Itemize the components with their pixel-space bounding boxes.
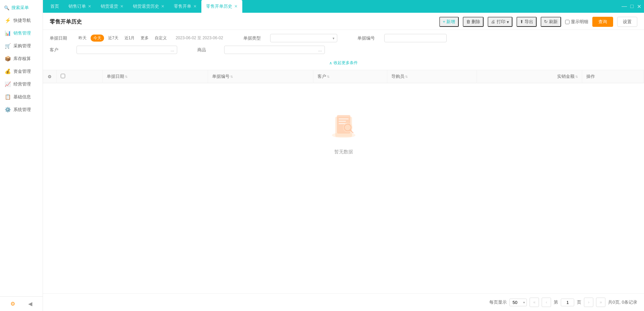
sidebar-item-label: 销售管理 xyxy=(13,30,31,36)
settings-icon[interactable]: ⚙ xyxy=(10,301,15,307)
goods-input[interactable] xyxy=(227,47,318,52)
page-title: 零售开单历史 xyxy=(50,18,82,25)
sidebar-item-operations[interactable]: 📈 经营管理 xyxy=(0,78,43,91)
show-detail-checkbox[interactable] xyxy=(565,20,569,24)
goods-ellipsis-icon: ... xyxy=(318,47,322,52)
sidebar-item-quick-nav[interactable]: ⚡ 快捷导航 xyxy=(0,14,43,27)
show-detail-toggle[interactable]: 显示明细 xyxy=(565,19,588,25)
print-button[interactable]: 🖨 打印 ▾ xyxy=(488,17,512,27)
date-label: 单据日期 xyxy=(50,35,70,41)
date-btn-custom[interactable]: 自定义 xyxy=(153,35,169,42)
minimize-button[interactable]: — xyxy=(622,3,627,9)
window-controls: — □ ✕ xyxy=(622,3,641,10)
page-word-prefix: 第 xyxy=(554,299,558,305)
tab-sales-order[interactable]: 销售订单 ✕ xyxy=(64,0,96,13)
svg-rect-3 xyxy=(339,118,349,119)
tab-close-sales-return[interactable]: ✕ xyxy=(120,4,123,9)
collapse-row: ∧ 收起更多条件 xyxy=(50,57,637,66)
date-btn-more[interactable]: 更多 xyxy=(139,35,151,42)
tab-retail-open-history[interactable]: 零售开单历史 ✕ xyxy=(201,0,242,13)
basic-info-icon: 📋 xyxy=(5,94,11,100)
quick-nav-icon: ⚡ xyxy=(5,17,11,23)
col-checkbox[interactable] xyxy=(56,70,102,83)
collapse-sidebar-icon[interactable]: ◀ xyxy=(28,301,32,307)
page-size-select[interactable]: 20 50 100 xyxy=(509,299,527,306)
page-number-input[interactable] xyxy=(561,299,574,306)
col-guide[interactable]: 导购员⇅ xyxy=(387,70,477,83)
toolbar: + 新增 🗑 删除 🖨 打印 ▾ ⬆ 导出 ↻ 刷新 显示明细 查询 设置 xyxy=(439,17,637,27)
query-button[interactable]: 查询 xyxy=(592,17,613,27)
print-label: 🖨 打印 xyxy=(491,19,505,25)
sidebar-item-system[interactable]: ⚙️ 系统管理 xyxy=(0,103,43,116)
add-button[interactable]: + 新增 xyxy=(439,17,458,27)
settings-button[interactable]: 设置 xyxy=(617,17,637,27)
purchase-mgmt-icon: 🛒 xyxy=(5,43,11,49)
page-size-wrap: 20 50 100 xyxy=(509,299,527,306)
next-page-button[interactable]: › xyxy=(584,298,593,307)
date-btn-1month[interactable]: 近1月 xyxy=(122,35,137,42)
collapse-btn[interactable]: ∧ 收起更多条件 xyxy=(50,59,637,66)
sidebar-item-label: 系统管理 xyxy=(13,107,31,113)
date-btn-today[interactable]: 今天 xyxy=(91,35,104,42)
delete-button[interactable]: 🗑 删除 xyxy=(463,17,484,27)
doc-type-label: 单据类型 xyxy=(243,35,263,41)
collapse-label: 收起更多条件 xyxy=(334,60,358,66)
sidebar-item-label: 库存核算 xyxy=(13,56,31,62)
select-all-checkbox[interactable] xyxy=(61,74,65,78)
sidebar-item-purchase-mgmt[interactable]: 🛒 采购管理 xyxy=(0,40,43,52)
table-scroll[interactable]: ⚙ 单据日期⇅ 单据编号⇅ 客户⇅ xyxy=(43,70,644,293)
sidebar-item-finance[interactable]: 💰 资金管理 xyxy=(0,65,43,78)
empty-text: 暂无数据 xyxy=(334,149,353,155)
goods-label: 商品 xyxy=(197,47,217,53)
print-arrow-icon: ▾ xyxy=(507,19,509,24)
tab-close-sales-order[interactable]: ✕ xyxy=(88,4,91,9)
table-container: ⚙ 单据日期⇅ 单据编号⇅ 客户⇅ xyxy=(43,70,644,311)
pagination: 每页显示 20 50 100 « ‹ 第 页 › » 共0页, 0条记录 xyxy=(43,293,644,311)
col-doc-date[interactable]: 单据日期⇅ xyxy=(102,70,208,83)
col-action: 操作 xyxy=(582,70,644,83)
last-page-button[interactable]: » xyxy=(596,298,605,307)
tab-sales-return-history[interactable]: 销货退货历史 ✕ xyxy=(128,0,169,13)
svg-rect-4 xyxy=(339,121,346,122)
doc-type-select[interactable] xyxy=(270,34,337,42)
tab-home[interactable]: 首页 xyxy=(46,3,64,9)
tab-close-sales-return-history[interactable]: ✕ xyxy=(161,4,164,9)
tab-retail-open[interactable]: 零售开单 ✕ xyxy=(169,0,201,13)
date-btn-yesterday[interactable]: 昨天 xyxy=(77,35,89,42)
sales-mgmt-icon: 📊 xyxy=(5,30,11,36)
customer-input-wrap[interactable]: ... xyxy=(77,46,177,54)
page-word-suffix: 页 xyxy=(577,299,581,305)
col-customer[interactable]: 客户⇅ xyxy=(313,70,387,83)
tab-close-retail-open[interactable]: ✕ xyxy=(193,4,197,9)
page-header: 零售开单历史 + 新增 🗑 删除 🖨 打印 ▾ ⬆ 导出 ↻ 刷新 显示明细 查… xyxy=(43,13,644,30)
export-button[interactable]: ⬆ 导出 xyxy=(516,17,537,27)
col-settings[interactable]: ⚙ xyxy=(43,70,56,83)
col-doc-no[interactable]: 单据编号⇅ xyxy=(208,70,313,83)
sidebar-footer: ⚙ ◀ xyxy=(0,296,43,311)
total-info: 共0页, 0条记录 xyxy=(608,299,637,305)
date-btn-7days[interactable]: 近7天 xyxy=(106,35,120,42)
tab-sales-return[interactable]: 销货退货 ✕ xyxy=(96,0,128,13)
prev-page-button[interactable]: ‹ xyxy=(542,298,551,307)
doc-no-label: 单据编号 xyxy=(357,35,378,41)
empty-illustration xyxy=(327,110,360,144)
close-button[interactable]: ✕ xyxy=(637,3,641,10)
finance-icon: 💰 xyxy=(5,68,11,74)
doc-no-input[interactable] xyxy=(384,34,447,42)
goods-input-wrap[interactable]: ... xyxy=(224,46,325,54)
tab-bar: 首页 销售订单 ✕ 销货退货 ✕ 销货退货历史 ✕ 零售开单 ✕ 零售开单历史 … xyxy=(43,0,644,13)
sidebar: 🔍 搜索采单 ⚡ 快捷导航 📊 销售管理 🛒 采购管理 📦 库存核算 💰 资金管… xyxy=(0,0,43,311)
sidebar-item-inventory[interactable]: 📦 库存核算 xyxy=(0,52,43,65)
customer-input[interactable] xyxy=(80,47,170,52)
sidebar-item-basic-info[interactable]: 📋 基础信息 xyxy=(0,91,43,103)
maximize-button[interactable]: □ xyxy=(630,3,634,9)
tab-close-retail-open-history[interactable]: ✕ xyxy=(234,4,238,9)
refresh-button[interactable]: ↻ 刷新 xyxy=(541,17,561,27)
sidebar-item-sales-mgmt[interactable]: 📊 销售管理 xyxy=(0,27,43,40)
inventory-icon: 📦 xyxy=(5,56,11,62)
sidebar-item-label: 基础信息 xyxy=(13,94,31,100)
col-amount[interactable]: 实销金额⇅ xyxy=(477,70,582,83)
sidebar-search[interactable]: 🔍 搜索采单 xyxy=(0,0,43,14)
first-page-button[interactable]: « xyxy=(530,298,539,307)
page-size-label: 每页显示 xyxy=(489,299,507,305)
